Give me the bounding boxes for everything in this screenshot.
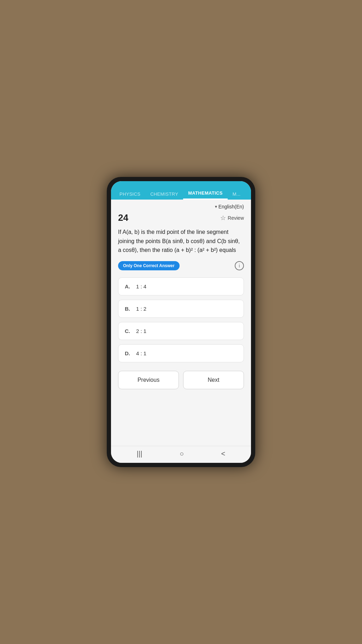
option-d-text: 4 : 1 (136, 350, 146, 356)
option-a-label: A. (125, 283, 132, 289)
chevron-down-icon: ▾ (215, 204, 217, 209)
option-c-label: C. (125, 328, 132, 334)
bottom-nav-bar: ||| ○ < (111, 446, 251, 463)
info-icon[interactable]: i (235, 261, 244, 270)
back-icon[interactable]: < (221, 450, 226, 458)
option-d-label: D. (125, 350, 132, 356)
option-d[interactable]: D. 4 : 1 (118, 344, 244, 362)
language-label: English(En) (218, 204, 244, 209)
tab-chemistry[interactable]: CHEMISTRY (145, 188, 183, 200)
previous-button[interactable]: Previous (118, 371, 179, 389)
option-b-text: 1 : 2 (136, 306, 146, 312)
tab-mathematics[interactable]: MATHEMATICS (183, 187, 227, 200)
review-button[interactable]: ☆ Review (220, 214, 244, 222)
language-selector[interactable]: ▾ English(En) (215, 204, 244, 209)
language-row: ▾ English(En) (118, 200, 244, 212)
option-c[interactable]: C. 2 : 1 (118, 322, 244, 340)
question-header: 24 ☆ Review (118, 212, 244, 223)
phone-frame: PHYSICS CHEMISTRY MATHEMATICS M... ▾ Eng… (107, 177, 255, 467)
star-icon: ☆ (220, 214, 226, 222)
home-icon[interactable]: ○ (180, 450, 184, 458)
tab-more[interactable]: M... (228, 188, 246, 200)
options-list: A. 1 : 4 B. 1 : 2 C. 2 : 1 D. 4 : 1 (118, 277, 244, 362)
phone-screen: PHYSICS CHEMISTRY MATHEMATICS M... ▾ Eng… (111, 181, 251, 463)
option-a[interactable]: A. 1 : 4 (118, 277, 244, 295)
menu-icon[interactable]: ||| (137, 450, 142, 458)
option-b[interactable]: B. 1 : 2 (118, 300, 244, 318)
answer-type-badge: Only One Correct Answer (118, 261, 180, 270)
review-label: Review (228, 215, 244, 221)
navigation-buttons: Previous Next (118, 371, 244, 389)
tab-bar: PHYSICS CHEMISTRY MATHEMATICS M... (111, 181, 251, 200)
next-button[interactable]: Next (183, 371, 244, 389)
option-c-text: 2 : 1 (136, 328, 146, 334)
question-text: If A(a, b) is the mid point of the line … (118, 228, 244, 255)
option-b-label: B. (125, 306, 132, 312)
tab-physics[interactable]: PHYSICS (115, 188, 145, 200)
badge-row: Only One Correct Answer i (118, 261, 244, 270)
content-area: ▾ English(En) 24 ☆ Review If A(a, b) is … (111, 200, 251, 446)
question-number: 24 (118, 212, 128, 223)
option-a-text: 1 : 4 (136, 283, 146, 289)
